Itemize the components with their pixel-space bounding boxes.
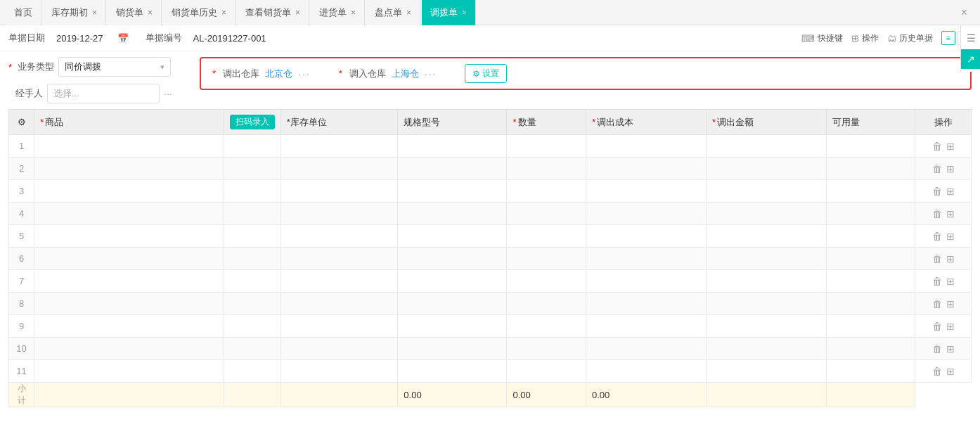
product-cell[interactable] <box>34 360 224 383</box>
spec-cell[interactable] <box>398 270 507 293</box>
amount-cell[interactable] <box>707 135 827 158</box>
delete-icon[interactable]: 🗑 <box>932 253 942 265</box>
close-icon[interactable]: × <box>406 8 411 18</box>
cost-cell[interactable] <box>586 293 707 315</box>
amount-cell[interactable] <box>707 270 827 293</box>
history-button[interactable]: 🗂 历史单据 <box>887 32 933 44</box>
product-cell[interactable] <box>34 135 224 158</box>
unit-cell[interactable] <box>281 203 398 225</box>
tab-sales-history[interactable]: 销货单历史 × <box>163 0 236 25</box>
col-gear[interactable]: ⚙ <box>9 110 34 135</box>
copy-icon[interactable]: ⊞ <box>946 276 955 287</box>
cost-cell[interactable] <box>586 315 707 338</box>
cost-cell[interactable] <box>586 338 707 360</box>
unit-cell[interactable] <box>281 270 398 293</box>
list-icon[interactable]: ☰ <box>961 28 980 48</box>
copy-icon[interactable]: ⊞ <box>946 343 955 355</box>
settings-button[interactable]: ⚙ 设置 <box>465 64 507 83</box>
qty-cell[interactable] <box>507 315 586 338</box>
tab-purchase-order[interactable]: 进货单 × <box>311 0 365 25</box>
business-type-select[interactable]: 同价调拨 ▾ <box>58 57 171 77</box>
product-cell[interactable] <box>34 338 224 360</box>
copy-icon[interactable]: ⊞ <box>946 141 955 152</box>
product-cell[interactable] <box>34 248 224 270</box>
cost-cell[interactable] <box>586 270 707 293</box>
tab-home[interactable]: 首页 <box>6 0 41 25</box>
copy-icon[interactable]: ⊞ <box>946 366 955 377</box>
target-warehouse-value[interactable]: 上海仓 <box>392 68 419 80</box>
tab-view-sales[interactable]: 查看销货单 × <box>237 0 309 25</box>
spec-cell[interactable] <box>398 360 507 383</box>
delete-icon[interactable]: 🗑 <box>932 231 942 242</box>
amount-cell[interactable] <box>707 180 827 203</box>
copy-icon[interactable]: ⊞ <box>946 253 955 265</box>
spec-cell[interactable] <box>398 180 507 203</box>
amount-cell[interactable] <box>707 225 827 248</box>
spec-cell[interactable] <box>398 158 507 180</box>
delete-icon[interactable]: 🗑 <box>932 298 942 310</box>
cost-cell[interactable] <box>586 360 707 383</box>
spec-cell[interactable] <box>398 203 507 225</box>
delete-icon[interactable]: 🗑 <box>932 366 942 377</box>
cost-cell[interactable] <box>586 135 707 158</box>
calendar-icon[interactable]: 📅 <box>117 33 129 44</box>
copy-icon[interactable]: ⊞ <box>946 321 955 332</box>
table-scroll[interactable]: ⚙ *商品 扫码录入 *库存单位 规格型号 *数量 *调出成本 *调出金额 可用… <box>8 109 972 407</box>
copy-icon[interactable]: ⊞ <box>946 163 955 174</box>
spec-cell[interactable] <box>398 338 507 360</box>
tab-transfer-order[interactable]: 调拨单 × <box>422 0 476 25</box>
delete-icon[interactable]: 🗑 <box>932 186 942 197</box>
copy-icon[interactable]: ⊞ <box>946 298 955 310</box>
close-icon[interactable]: × <box>462 8 467 18</box>
product-cell[interactable] <box>34 180 224 203</box>
tab-sales-order[interactable]: 销货单 × <box>108 0 162 25</box>
amount-cell[interactable] <box>707 360 827 383</box>
close-icon[interactable]: × <box>295 8 300 18</box>
close-icon[interactable]: × <box>148 8 153 18</box>
spec-cell[interactable] <box>398 225 507 248</box>
layout-lines-icon[interactable]: ≡ <box>941 31 955 45</box>
unit-cell[interactable] <box>281 180 398 203</box>
more-icon[interactable]: ··· <box>164 88 172 99</box>
unit-cell[interactable] <box>281 338 398 360</box>
product-cell[interactable] <box>34 293 224 315</box>
scan-button[interactable]: 扫码录入 <box>230 115 275 129</box>
qty-cell[interactable] <box>507 270 586 293</box>
cost-cell[interactable] <box>586 248 707 270</box>
cost-cell[interactable] <box>586 225 707 248</box>
amount-cell[interactable] <box>707 248 827 270</box>
amount-cell[interactable] <box>707 315 827 338</box>
product-cell[interactable] <box>34 225 224 248</box>
operations-button[interactable]: ⊞ 操作 <box>851 32 879 44</box>
qty-cell[interactable] <box>507 203 586 225</box>
copy-icon[interactable]: ⊞ <box>946 208 955 219</box>
copy-icon[interactable]: ⊞ <box>946 186 955 197</box>
target-warehouse-more-icon[interactable]: ··· <box>425 68 437 79</box>
product-cell[interactable] <box>34 315 224 338</box>
unit-cell[interactable] <box>281 248 398 270</box>
cost-cell[interactable] <box>586 180 707 203</box>
unit-cell[interactable] <box>281 158 398 180</box>
qty-cell[interactable] <box>507 180 586 203</box>
unit-cell[interactable] <box>281 293 398 315</box>
delete-icon[interactable]: 🗑 <box>932 321 942 332</box>
qty-cell[interactable] <box>507 158 586 180</box>
amount-cell[interactable] <box>707 338 827 360</box>
handler-select[interactable]: 选择... <box>47 84 160 103</box>
amount-cell[interactable] <box>707 158 827 180</box>
delete-icon[interactable]: 🗑 <box>932 208 942 219</box>
spec-cell[interactable] <box>398 293 507 315</box>
spec-cell[interactable] <box>398 315 507 338</box>
spec-cell[interactable] <box>398 135 507 158</box>
amount-cell[interactable] <box>707 293 827 315</box>
qty-cell[interactable] <box>507 338 586 360</box>
window-close-button[interactable]: × <box>954 0 974 25</box>
unit-cell[interactable] <box>281 360 398 383</box>
product-cell[interactable] <box>34 203 224 225</box>
cost-cell[interactable] <box>586 203 707 225</box>
export-icon[interactable]: ↗ <box>961 49 980 69</box>
unit-cell[interactable] <box>281 315 398 338</box>
delete-icon[interactable]: 🗑 <box>932 343 942 355</box>
product-cell[interactable] <box>34 158 224 180</box>
spec-cell[interactable] <box>398 248 507 270</box>
